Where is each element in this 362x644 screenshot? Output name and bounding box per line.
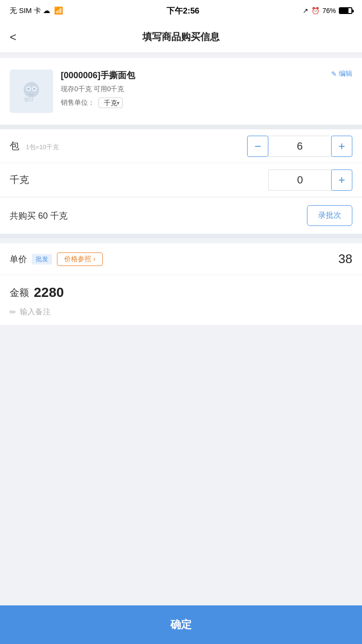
content-spacer: [0, 325, 362, 494]
amount-section: 金额 2280 ✏ 输入备注: [0, 275, 362, 325]
price-tag: 批发: [32, 254, 52, 265]
kg-label: 千克: [10, 173, 268, 186]
amount-label: 金额: [10, 286, 29, 299]
amount-row: 金额 2280: [10, 285, 352, 300]
battery-icon: [339, 7, 352, 14]
unit-select[interactable]: 千克 包: [98, 98, 123, 108]
status-right: ↗ ⏰ 76%: [303, 7, 352, 14]
battery-percent: 76%: [322, 7, 336, 14]
product-stock: 现存0千克 可用0千克: [61, 85, 352, 94]
price-section: 单价 批发 价格参照 › 38: [0, 243, 362, 275]
edit-button[interactable]: ✎ 编辑: [331, 70, 352, 78]
kg-plus-button[interactable]: +: [331, 169, 352, 191]
product-image: 智计: [10, 70, 53, 113]
confirm-button[interactable]: 确定: [0, 605, 362, 644]
unit-select-wrap[interactable]: 千克 包: [98, 98, 123, 108]
note-placeholder: 输入备注: [20, 307, 51, 317]
product-card: 智计 [0000006]手撕面包 现存0千克 可用0千克 销售单位： 千克 包 …: [0, 58, 362, 125]
svg-text:智计: 智计: [24, 97, 34, 102]
total-row: 共购买 60 千克 录批次: [0, 197, 362, 234]
package-controls: − +: [247, 136, 352, 157]
package-input[interactable]: [268, 136, 331, 157]
record-batch-button[interactable]: 录批次: [307, 205, 352, 226]
status-time: 下午2:56: [167, 5, 199, 16]
quantity-section: 包 1包=10千克 − + 千克 +: [0, 129, 362, 197]
price-value: 38: [338, 252, 352, 266]
separator-1: [0, 125, 362, 129]
package-label: 包 1包=10千克: [10, 140, 247, 153]
package-sublabel: 1包=10千克: [26, 143, 59, 151]
sim-label: 无 SIM 卡 ☁: [10, 6, 50, 15]
total-label: 共购买 60 千克: [10, 210, 307, 222]
alarm-icon: ⏰: [311, 7, 320, 14]
note-row[interactable]: ✏ 输入备注: [10, 307, 352, 317]
nav-bar: < 填写商品购买信息: [0, 21, 362, 53]
separator-2: [0, 234, 362, 238]
package-plus-button[interactable]: +: [331, 136, 352, 157]
svg-point-3: [28, 88, 30, 90]
product-unit: 销售单位： 千克 包: [61, 98, 352, 108]
price-ref-button[interactable]: 价格参照 ›: [57, 252, 103, 266]
location-icon: ↗: [303, 7, 308, 14]
kg-controls: +: [268, 169, 352, 191]
price-label: 单价: [10, 253, 27, 265]
price-row: 单价 批发 价格参照 › 38: [0, 243, 362, 275]
pencil-icon: ✏: [10, 308, 16, 317]
product-name: [0000006]手撕面包: [61, 70, 352, 81]
status-left: 无 SIM 卡 ☁ 📶: [10, 6, 63, 15]
amount-value: 2280: [34, 285, 64, 300]
status-bar: 无 SIM 卡 ☁ 📶 下午2:56 ↗ ⏰ 76%: [0, 0, 362, 21]
package-minus-button[interactable]: −: [247, 136, 268, 157]
product-info: [0000006]手撕面包 现存0千克 可用0千克 销售单位： 千克 包: [61, 70, 352, 108]
svg-point-4: [33, 88, 36, 90]
kg-row: 千克 +: [0, 163, 362, 197]
wifi-icon: 📶: [54, 6, 63, 15]
kg-input[interactable]: [268, 169, 331, 191]
back-button[interactable]: <: [10, 30, 16, 44]
package-row: 包 1包=10千克 − +: [0, 129, 362, 163]
page-title: 填写商品购买信息: [142, 30, 220, 43]
